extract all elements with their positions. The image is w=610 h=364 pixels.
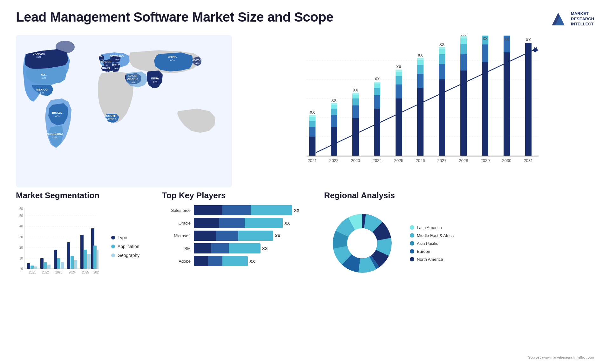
ibm-value: XX (262, 246, 268, 251)
svg-rect-52 (374, 82, 380, 84)
regional-title: Regional Analysis (324, 191, 594, 200)
svg-text:10: 10 (19, 257, 23, 260)
svg-text:xx%: xx% (36, 56, 41, 58)
player-adobe: Adobe XX (162, 256, 311, 266)
bottom-section: Market Segmentation 0 10 20 30 40 50 60 (0, 184, 610, 285)
legend-geography: Geography (111, 253, 139, 258)
player-oracle: Oracle XX (162, 218, 311, 228)
svg-rect-78 (482, 62, 488, 156)
bar-chart: XX XX XX XX (241, 35, 594, 184)
svg-rect-30 (309, 137, 315, 156)
svg-text:2021: 2021 (29, 271, 36, 274)
svg-rect-70 (439, 47, 445, 49)
svg-text:2024: 2024 (373, 158, 382, 163)
svg-text:2029: 2029 (481, 158, 490, 163)
svg-rect-37 (331, 115, 337, 127)
regional-legend: Latin America Middle East & Africa Asia … (410, 225, 454, 262)
svg-text:2030: 2030 (502, 158, 512, 163)
svg-rect-116 (40, 258, 44, 269)
country-label-canada: CANADA (33, 52, 45, 55)
legend-application: Application (111, 244, 139, 249)
country-label-southafrica: SOUTH (106, 114, 116, 118)
player-name-adobe: Adobe (162, 259, 191, 264)
svg-rect-127 (87, 254, 91, 269)
country-label-saudi: SAUDI (128, 74, 137, 78)
svg-rect-130 (93, 246, 97, 269)
country-label-india: INDIA (151, 77, 159, 80)
svg-rect-38 (331, 109, 337, 115)
svg-rect-50 (374, 88, 380, 95)
svg-rect-73 (460, 54, 467, 71)
svg-line-27 (316, 49, 535, 152)
svg-text:2021: 2021 (308, 158, 317, 163)
svg-rect-113 (27, 263, 30, 269)
legend-latin: Latin America (410, 225, 454, 230)
svg-text:2028: 2028 (459, 158, 468, 163)
svg-text:40: 40 (19, 225, 23, 228)
svg-text:xx%: xx% (170, 59, 174, 62)
svg-text:XX: XX (396, 65, 401, 69)
logo: MARKET RESEARCH INTELLECT (549, 10, 594, 29)
application-dot (111, 245, 115, 248)
logo-icon (549, 10, 568, 29)
europe-label: Europe (417, 249, 430, 254)
page-title: Lead Management Software Market Size and… (16, 10, 333, 25)
svg-rect-58 (396, 70, 402, 72)
country-label-brazil: BRAZIL (52, 111, 63, 114)
salesforce-bar-container: XX (194, 205, 311, 215)
svg-rect-75 (460, 38, 467, 44)
svg-text:XX: XX (504, 37, 509, 42)
svg-rect-66 (439, 79, 445, 156)
donut-chart-area: Latin America Middle East & Africa Asia … (324, 205, 594, 281)
svg-text:xx%: xx% (103, 70, 108, 73)
svg-text:2022: 2022 (329, 158, 339, 163)
svg-text:XX: XX (526, 38, 531, 42)
segmentation-legend: Type Application Geography (111, 205, 139, 278)
svg-point-143 (347, 228, 377, 258)
country-label-italy: ITALY (112, 64, 120, 67)
svg-rect-60 (417, 88, 424, 156)
svg-rect-69 (439, 49, 445, 54)
svg-text:2023: 2023 (351, 158, 360, 163)
svg-text:xx%: xx% (113, 67, 118, 70)
svg-text:XX: XX (310, 110, 315, 115)
svg-rect-51 (374, 84, 380, 88)
segmentation: Market Segmentation 0 10 20 30 40 50 60 (16, 191, 152, 281)
country-label-china: CHINA (168, 55, 177, 58)
latin-label: Latin America (417, 225, 442, 230)
player-salesforce: Salesforce XX (162, 205, 311, 215)
legend-type: Type (111, 235, 139, 240)
svg-rect-31 (309, 127, 315, 137)
legend-north-america: North America (410, 257, 454, 262)
svg-text:30: 30 (19, 235, 23, 239)
microsoft-value: XX (275, 233, 280, 238)
svg-rect-46 (352, 93, 359, 95)
svg-text:xx%: xx% (103, 64, 108, 67)
world-map: CANADA xx% U.S. xx% MEXICO xx% BRAZIL xx… (16, 35, 232, 184)
svg-text:ARABIA: ARABIA (127, 78, 139, 81)
geography-dot (111, 253, 115, 257)
svg-text:XX: XX (353, 88, 358, 92)
player-name-ibm: IBM (162, 246, 191, 251)
svg-rect-122 (67, 242, 70, 269)
svg-rect-119 (54, 250, 57, 269)
svg-text:xx%: xx% (130, 81, 135, 84)
svg-rect-64 (417, 58, 424, 60)
bar-chart-svg: XX XX XX XX (241, 35, 594, 175)
svg-rect-125 (80, 235, 84, 269)
segmentation-title: Market Segmentation (16, 191, 152, 200)
oracle-bar-container: XX (194, 218, 311, 228)
legend-europe: Europe (410, 249, 454, 254)
svg-rect-61 (417, 74, 424, 88)
player-name-oracle: Oracle (162, 221, 191, 226)
country-label-spain: SPAIN (101, 67, 110, 70)
svg-rect-34 (309, 115, 315, 117)
svg-text:2025: 2025 (82, 271, 89, 274)
svg-text:XX: XX (331, 98, 336, 103)
player-microsoft: Microsoft XX (162, 231, 311, 241)
svg-rect-121 (61, 262, 64, 269)
type-label: Type (118, 235, 127, 240)
regional-analysis: Regional Analysis (311, 191, 594, 281)
country-label-germany: GERMANY (110, 55, 124, 58)
svg-rect-124 (74, 260, 77, 269)
